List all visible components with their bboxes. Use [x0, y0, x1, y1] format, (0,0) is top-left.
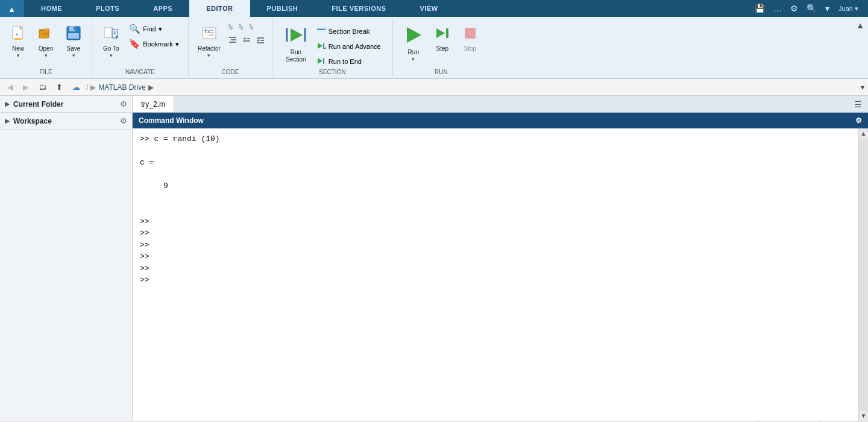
path-container: MATLAB Drive ▶	[98, 83, 858, 92]
section-break-button[interactable]: Section Break	[313, 24, 385, 39]
user-menu[interactable]: Juan ▾	[835, 5, 862, 13]
command-window-body[interactable]: >> c = randi (10) c = 9 >> >> >> >> >> >…	[133, 128, 858, 421]
svg-text:fx: fx	[204, 28, 210, 34]
menubar-tabs: HOME PLOTS APPS EDITOR PUBLISH FILE VERS…	[24, 0, 752, 17]
back-button[interactable]: ◀	[4, 81, 17, 93]
path-sep-1: /	[86, 83, 88, 92]
save-label: Save	[67, 45, 81, 52]
outdent-btn[interactable]	[240, 34, 253, 47]
section-right-col: Section Break Run and Advance	[313, 22, 385, 69]
tab-file-versions[interactable]: FILE VERSIONS	[315, 0, 403, 17]
step-button[interactable]: Step	[429, 22, 456, 55]
run-end-icon	[316, 56, 326, 67]
sidebar: ▶ Current Folder ⚙ ▶ Workspace ⚙	[0, 96, 133, 421]
menubar-right: 💾 … ⚙ 🔍 ▾ Juan ▾	[752, 2, 868, 14]
svg-rect-49	[465, 28, 476, 39]
current-folder-settings-icon[interactable]: ⚙	[120, 99, 127, 109]
scroll-up-btn[interactable]: ▲	[859, 128, 868, 139]
stop-icon	[462, 25, 479, 44]
svg-rect-39	[317, 29, 326, 30]
open-arrow: ▾	[45, 52, 48, 58]
pct-btn-3[interactable]: %	[247, 22, 256, 33]
open-button[interactable]: Open ▾	[33, 22, 59, 61]
scrollbar: ▲ ▼	[858, 128, 868, 421]
prompt-4: >>	[140, 241, 149, 250]
refactor-arrow: ▾	[207, 52, 210, 58]
file-section-label: FILE	[5, 69, 87, 77]
tab-editor[interactable]: EDITOR	[189, 0, 250, 17]
cloud-btn[interactable]: ☁	[69, 81, 84, 93]
save-icon	[65, 25, 82, 44]
svg-rect-48	[446, 28, 448, 38]
pct-btn-1[interactable]: %	[226, 22, 235, 33]
cmd-prompt-5: >>	[140, 251, 851, 263]
run-section-button[interactable]: Run Section	[280, 22, 312, 66]
svg-marker-46	[407, 27, 421, 43]
save-icon-btn[interactable]: 💾	[752, 2, 768, 14]
path-matlab-drive[interactable]: MATLAB Drive	[98, 83, 145, 92]
path-sep-2: ▶	[90, 83, 96, 92]
workspace-arrow: ▶	[5, 117, 10, 125]
bookmark-button[interactable]: 🔖 Bookmark ▾	[125, 37, 183, 51]
scroll-down-btn[interactable]: ▼	[859, 411, 868, 421]
run-advance-button[interactable]: Run and Advance	[313, 39, 385, 54]
pct-btn-2[interactable]: %	[236, 22, 245, 33]
path-dropdown-btn[interactable]: ▾	[861, 83, 864, 92]
run-button[interactable]: Run ▾	[399, 22, 428, 65]
browse-folder-btn[interactable]: 🗂	[35, 81, 50, 93]
sidebar-item-workspace[interactable]: ▶ Workspace ⚙	[0, 113, 132, 130]
find-button[interactable]: 🔍 Find ▾	[125, 22, 183, 36]
sidebar-item-current-folder[interactable]: ▶ Current Folder ⚙	[0, 96, 132, 113]
command-window-settings[interactable]: ⚙	[855, 116, 862, 125]
new-icon: +	[10, 25, 27, 44]
parent-folder-btn[interactable]: ⬆	[52, 81, 66, 93]
tab-view[interactable]: VIEW	[403, 0, 455, 17]
refactor-button[interactable]: fx Refactor ▾	[193, 22, 225, 61]
code-tools-col: % % %	[226, 22, 267, 47]
cmd-prompt-6: >>	[140, 263, 851, 275]
run-advance-label: Run and Advance	[329, 43, 381, 50]
forward-button[interactable]: ▶	[19, 81, 33, 93]
search-dropdown[interactable]: ▾	[822, 2, 832, 14]
workspace-settings-icon[interactable]: ⚙	[120, 116, 127, 125]
matlab-logo: ▲	[0, 0, 24, 17]
goto-button[interactable]: Go To ▾	[98, 22, 124, 61]
smart-indent-btn[interactable]	[254, 34, 267, 47]
content-area: try_2.m ☰ Command Window ⚙ >> c = randi …	[133, 96, 868, 421]
code-section-label: CODE	[193, 69, 267, 77]
main-layout: ▶ Current Folder ⚙ ▶ Workspace ⚙ try_2.m…	[0, 96, 868, 421]
stop-button[interactable]: Stop	[457, 22, 483, 55]
prompt-7: >>	[140, 276, 149, 285]
find-arrow: ▾	[159, 25, 162, 33]
tab-filter-btn[interactable]: ☰	[852, 98, 864, 110]
ribbon-section-code: fx Refactor ▾ % % %	[189, 18, 272, 77]
tab-plots[interactable]: PLOTS	[79, 0, 136, 17]
prompt-1: >>	[140, 134, 154, 143]
scroll-track[interactable]	[859, 139, 868, 411]
run-end-button[interactable]: Run to End	[313, 54, 385, 69]
settings-btn[interactable]: ⚙	[787, 2, 801, 14]
ribbon-section-navigate: Go To ▾ 🔍 Find ▾ 🔖 Bookmark ▾ NAVIGATE	[92, 18, 189, 77]
tab-home[interactable]: HOME	[24, 0, 79, 17]
svg-rect-5	[14, 38, 22, 40]
file-buttons: + New ▾ Open ▾	[5, 19, 87, 69]
search-btn[interactable]: 🔍	[804, 2, 820, 14]
refactor-label: Refactor	[198, 45, 221, 52]
refactor-icon: fx	[201, 25, 218, 44]
run-icon	[403, 25, 424, 48]
open-label: Open	[39, 45, 53, 52]
svg-marker-44	[318, 58, 322, 64]
indent-btn[interactable]	[226, 34, 239, 47]
tab-actions: ☰	[852, 98, 868, 110]
new-button[interactable]: + New ▾	[5, 22, 31, 61]
ribbon-collapse-btn[interactable]: ▲	[856, 20, 864, 30]
stop-label: Stop	[464, 45, 477, 52]
cmd-prompt-2: >>	[140, 216, 851, 228]
save-button[interactable]: Save ▾	[60, 22, 87, 61]
new-label: New	[12, 45, 24, 52]
tab-publish[interactable]: PUBLISH	[250, 0, 315, 17]
svg-marker-33	[257, 39, 259, 42]
more-btn[interactable]: …	[770, 2, 785, 14]
tab-try2[interactable]: try_2.m	[133, 96, 174, 112]
tab-apps[interactable]: APPS	[136, 0, 189, 17]
